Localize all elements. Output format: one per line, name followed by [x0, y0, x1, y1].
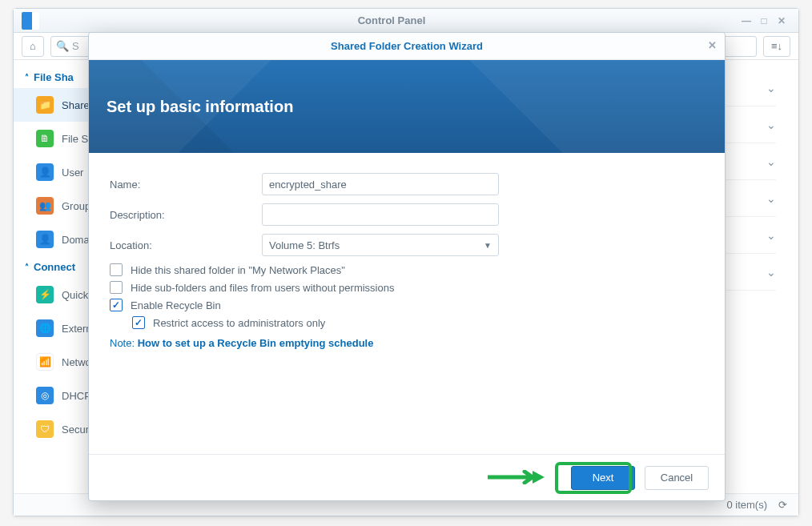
note-link[interactable]: How to set up a Recycle Bin emptying sch…	[138, 337, 374, 349]
bolt-icon: ⚡	[36, 286, 54, 303]
globe-icon: 🌐	[36, 319, 54, 337]
chevron-down-icon: ⌄	[766, 118, 776, 131]
sidebar-item-label: Domai	[62, 234, 92, 246]
next-button[interactable]: Next	[571, 466, 635, 490]
checkbox-icon	[110, 281, 123, 294]
dialog-titlebar: Shared Folder Creation Wizard ✕	[89, 33, 725, 60]
hero-title: Set up basic information	[107, 98, 293, 116]
maximize-icon[interactable]: □	[755, 15, 773, 26]
app-icon	[22, 12, 39, 30]
sidebar-item-label: User	[62, 167, 83, 179]
file-icon: 🗎	[36, 130, 54, 147]
checkbox-icon	[110, 263, 123, 276]
check-recycle-bin[interactable]: Enable Recycle Bin	[110, 299, 704, 311]
label-location: Location:	[110, 239, 262, 251]
chevron-up-icon: ˄	[25, 73, 29, 82]
row-name: Name:	[110, 171, 704, 198]
note: Note: How to set up a Recycle Bin emptyi…	[110, 337, 704, 349]
label-name: Name:	[110, 179, 262, 191]
row-description: Description:	[110, 201, 704, 228]
home-icon: ⌂	[30, 40, 36, 52]
close-icon[interactable]: ✕	[708, 39, 717, 51]
chevron-down-icon: ⌄	[766, 82, 776, 94]
check-hide-subfolders[interactable]: Hide sub-folders and files from users wi…	[110, 281, 704, 294]
sidebar-item-label: Netwo	[62, 356, 91, 368]
check-label: Hide this shared folder in "My Network P…	[131, 264, 345, 276]
dialog-footer: Next Cancel	[89, 454, 725, 500]
check-label: Enable Recycle Bin	[131, 299, 221, 311]
checkbox-checked-icon	[132, 316, 145, 329]
user-icon: 👤	[36, 163, 54, 181]
sidebar-item-label: Group	[62, 200, 90, 212]
sort-button[interactable]: ≡↓	[763, 36, 790, 57]
dhcp-icon: ◎	[36, 387, 54, 404]
dialog-hero: Set up basic information	[89, 60, 725, 153]
dialog-body: Name: Description: Location: Volume 5: B…	[89, 153, 725, 454]
wizard-dialog: Shared Folder Creation Wizard ✕ Set up b…	[88, 32, 726, 501]
check-label: Hide sub-folders and files from users wi…	[131, 282, 394, 294]
check-label: Restrict access to administrators only	[153, 317, 325, 329]
item-count: 0 item(s)	[726, 499, 767, 511]
minimize-icon[interactable]: —	[738, 15, 755, 26]
sort-icon: ≡↓	[771, 40, 782, 52]
chevron-down-icon: ⌄	[766, 266, 776, 279]
row-location: Location: Volume 5: Btrfs ▼	[110, 231, 704, 259]
chevron-down-icon: ▼	[484, 241, 492, 250]
sidebar-item-label: Extern	[62, 323, 92, 335]
search-icon: 🔍	[56, 40, 69, 52]
cancel-button[interactable]: Cancel	[645, 466, 709, 490]
sidebar-group-label: Connect	[34, 261, 75, 273]
chevron-down-icon: ⌄	[766, 192, 776, 205]
refresh-icon[interactable]: ⟳	[778, 499, 787, 511]
window-titlebar: Control Panel — □ ✕	[14, 9, 798, 33]
name-field[interactable]	[262, 173, 499, 195]
sidebar-group-label: File Sha	[34, 71, 74, 83]
chevron-down-icon: ⌄	[766, 155, 776, 168]
dialog-title: Shared Folder Creation Wizard	[331, 40, 483, 52]
check-restrict-admins[interactable]: Restrict access to administrators only	[132, 316, 704, 329]
folder-icon: 📁	[36, 96, 54, 114]
home-button[interactable]: ⌂	[22, 36, 44, 57]
check-hide-netplaces[interactable]: Hide this shared folder in "My Network P…	[110, 263, 704, 276]
label-description: Description:	[110, 209, 262, 221]
search-placeholder: S	[72, 40, 79, 52]
arrow-annotation	[488, 470, 545, 484]
network-icon: 📶	[36, 353, 54, 371]
note-prefix: Note:	[110, 337, 138, 349]
group-icon: 👥	[36, 197, 54, 215]
close-window-icon[interactable]: ✕	[773, 15, 790, 26]
window-title: Control Panel	[46, 14, 738, 26]
chevron-up-icon: ˄	[25, 263, 29, 271]
location-value: Volume 5: Btrfs	[269, 239, 340, 251]
domain-icon: 👤	[36, 231, 54, 248]
description-field[interactable]	[262, 203, 499, 226]
location-select[interactable]: Volume 5: Btrfs ▼	[262, 234, 499, 256]
chevron-down-icon: ⌄	[766, 229, 776, 242]
shield-icon: 🛡	[36, 420, 54, 438]
checkbox-checked-icon	[110, 299, 123, 311]
